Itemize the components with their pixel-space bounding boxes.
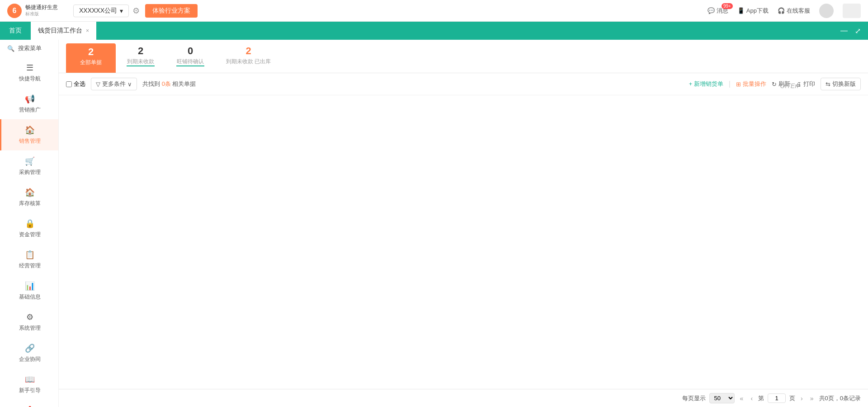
stat-tab-due-unshipped[interactable]: 2 到期未收款 已出库	[215, 40, 282, 73]
online-service-item[interactable]: 🎧 在线客服	[778, 7, 810, 15]
chevron-down-icon: ▾	[120, 7, 123, 14]
sidebar-item-label: 采购管理	[19, 168, 41, 176]
stat-label-due-unshipped: 到期未收款 已出库	[226, 58, 271, 65]
stat-num-due: 2	[138, 45, 143, 57]
chevron-down-icon: ∨	[127, 81, 132, 88]
stat-tab-all[interactable]: 2 全部单据	[66, 43, 116, 73]
footer: 每页显示 50 10 20 100 « ‹ 第 页 › » 共0页，0条记录	[59, 389, 868, 407]
search-menu-label: 搜索菜单	[18, 44, 42, 52]
user-name-area[interactable]	[843, 4, 861, 18]
sidebar-item-label: 营销推广	[19, 106, 41, 114]
last-page-button[interactable]: »	[808, 394, 816, 403]
refresh-icon: ↻	[772, 81, 777, 88]
tab-minimize-button[interactable]: —	[839, 25, 849, 37]
tab-close-icon[interactable]: ×	[86, 28, 89, 34]
sidebar-item-label: 销售管理	[19, 137, 41, 145]
app-download-icon: 📱	[737, 7, 745, 14]
often-label: OfTEn	[780, 82, 798, 89]
content-area: 2 全部单据 2 到期未收款 0 旺铺待确认 2 到期未收款 已出库 全选	[59, 40, 868, 407]
message-badge: 99+	[722, 3, 733, 9]
sidebar-item-guide[interactable]: 📖 新手引导	[0, 369, 58, 400]
select-all-checkbox[interactable]	[66, 81, 72, 87]
print-button[interactable]: 🖨 打印	[796, 80, 815, 88]
base-info-icon: 📊	[24, 281, 35, 291]
table-area	[59, 95, 868, 389]
sidebar-item-label: 经营管理	[19, 262, 41, 270]
page-number-input[interactable]	[768, 393, 786, 403]
tab-maximize-button[interactable]: ⤢	[853, 25, 863, 37]
header: 6 畅捷通好生意 标准版 XXXXXX公司 ▾ ⚙ 体验行业方案 💬 消息 99…	[0, 0, 868, 22]
sidebar-item-enterprise[interactable]: 🔗 企业协同	[0, 337, 58, 369]
sidebar-item-operations[interactable]: 📋 经营管理	[0, 244, 58, 275]
page-size-select[interactable]: 50 10 20 100	[709, 393, 735, 403]
sidebar-item-system[interactable]: ⚙ 系统管理	[0, 306, 58, 337]
stat-tab-pending[interactable]: 0 旺铺待确认	[165, 40, 215, 73]
sidebar: 🔍 搜索菜单 ☰ 快捷导航 📢 营销推广 🏠 销售管理 🛒 采购管理 🏠 库存核…	[0, 40, 59, 407]
toolbar: 全选 ▽ 更多条件 ∨ 共找到 0条 相关单据 + 新增销货单 | ⊞ 批量操作…	[59, 73, 868, 95]
prev-page-button[interactable]: ‹	[749, 394, 755, 403]
operations-icon: 📋	[24, 249, 35, 260]
avatar[interactable]	[819, 4, 834, 18]
sidebar-item-label: 快捷导航	[19, 75, 41, 83]
app-download-item[interactable]: 📱 App下载	[737, 7, 769, 15]
stat-label-pending: 旺铺待确认	[177, 58, 204, 65]
sidebar-item-base-info[interactable]: 📊 基础信息	[0, 275, 58, 306]
message-icon: 💬	[708, 7, 715, 14]
quick-nav-icon: ☰	[24, 62, 35, 73]
app-download-label: App下载	[746, 7, 769, 15]
stat-label-due: 到期未收款	[127, 58, 154, 65]
purchase-icon: 🛒	[24, 156, 35, 167]
stat-label-all: 全部单据	[80, 59, 102, 66]
online-service-label: 在线客服	[787, 7, 810, 15]
filter-button[interactable]: ▽ 更多条件 ∨	[91, 78, 137, 90]
found-count: 0条	[162, 80, 171, 87]
logo-area: 6 畅捷通好生意 标准版	[7, 4, 66, 18]
stat-tab-due-uncollected[interactable]: 2 到期未收款	[116, 40, 165, 73]
company-name: XXXXXX公司	[79, 7, 117, 15]
guide-icon: 📖	[24, 374, 35, 385]
select-all-label[interactable]: 全选	[66, 80, 85, 88]
app-center-icon: 📥	[24, 405, 35, 407]
stat-num-all: 2	[88, 46, 94, 58]
settings-icon[interactable]: ⚙	[132, 6, 140, 16]
sidebar-item-label: 库存核算	[19, 200, 41, 207]
sidebar-item-inventory[interactable]: 🏠 库存核算	[0, 182, 58, 213]
next-page-button[interactable]: ›	[799, 394, 805, 403]
filter-label: 更多条件	[102, 80, 126, 88]
batch-icon: ⊞	[736, 81, 741, 88]
total-records: 共0页，0条记录	[819, 394, 861, 402]
found-suffix: 相关单据	[172, 80, 196, 87]
sidebar-item-finance[interactable]: 🔒 资金管理	[0, 213, 58, 244]
company-selector[interactable]: XXXXXX公司 ▾	[73, 5, 129, 17]
sidebar-item-quick-nav[interactable]: ☰ 快捷导航	[0, 57, 58, 88]
switch-version-button[interactable]: ⇆ 切换新版	[821, 78, 861, 90]
sidebar-item-sales[interactable]: 🏠 销售管理	[0, 119, 58, 150]
search-menu-item[interactable]: 🔍 搜索菜单	[0, 40, 58, 57]
stat-num-pending: 0	[188, 45, 193, 57]
sidebar-item-marketing[interactable]: 📢 营销推广	[0, 88, 58, 119]
batch-label: 批量操作	[743, 80, 766, 88]
toolbar-right: + 新增销货单 | ⊞ 批量操作 ↻ 刷新 🖨 打印 ⇆ 切换新版	[689, 78, 861, 90]
found-prefix: 共找到	[142, 80, 160, 87]
tab-active[interactable]: 钱货日清工作台 ×	[31, 22, 96, 40]
add-sales-order-button[interactable]: + 新增销货单	[689, 80, 723, 88]
message-item[interactable]: 💬 消息 99+	[708, 7, 728, 15]
search-icon: 🔍	[7, 45, 14, 52]
header-right: 💬 消息 99+ 📱 App下载 🎧 在线客服	[708, 4, 861, 18]
tab-home[interactable]: 首页	[0, 22, 31, 40]
logo-sub: 标准版	[25, 11, 58, 17]
found-text: 共找到 0条 相关单据	[142, 80, 196, 88]
main-layout: 🔍 搜索菜单 ☰ 快捷导航 📢 营销推广 🏠 销售管理 🛒 采购管理 🏠 库存核…	[0, 40, 868, 407]
sidebar-item-purchase[interactable]: 🛒 采购管理	[0, 150, 58, 182]
marketing-icon: 📢	[24, 94, 35, 104]
page-prefix: 第	[758, 394, 764, 402]
stat-num-due-unshipped: 2	[246, 45, 251, 57]
system-icon: ⚙	[24, 312, 35, 323]
switch-label: 切换新版	[832, 80, 856, 88]
tab-active-label: 钱货日清工作台	[38, 27, 82, 35]
batch-operation-button[interactable]: ⊞ 批量操作	[736, 80, 766, 88]
trial-button[interactable]: 体验行业方案	[145, 4, 198, 18]
stat-tab-underline2	[176, 65, 204, 66]
sidebar-item-app-center[interactable]: 📥 应用中心	[0, 400, 58, 407]
first-page-button[interactable]: «	[738, 394, 745, 403]
